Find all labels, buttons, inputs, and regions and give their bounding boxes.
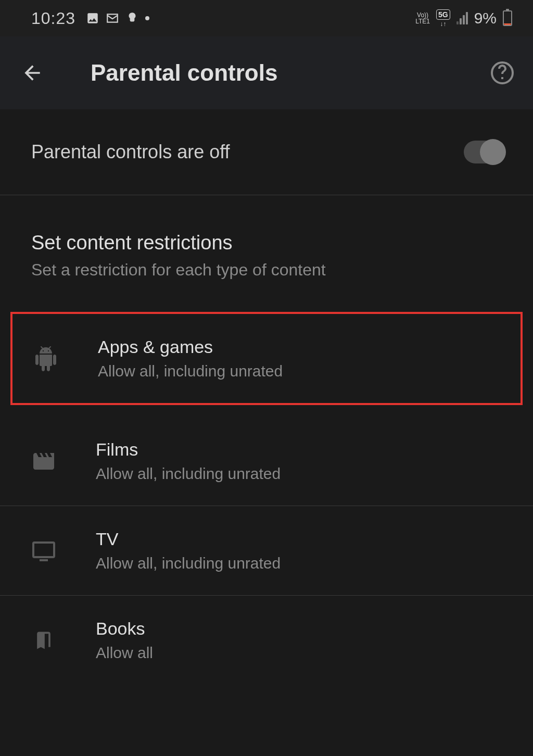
list-text: Apps & games Allow all, including unrate… <box>98 337 500 380</box>
list-text: Films Allow all, including unrated <box>96 439 502 483</box>
tv-icon <box>31 538 56 563</box>
signal-icon <box>456 12 468 24</box>
battery-icon <box>503 10 512 26</box>
status-bar: 10:23 Vo)) LTE1 5G ↓↑ 9% <box>0 0 533 36</box>
section-subtitle: Set a restriction for each type of conte… <box>31 260 502 280</box>
toggle-label: Parental controls are off <box>31 141 230 163</box>
item-subtitle: Allow all <box>96 644 502 662</box>
app-icon <box>125 11 139 25</box>
fiveg-badge: 5G <box>436 9 450 20</box>
page-title: Parental controls <box>91 60 490 86</box>
restriction-item-apps-games[interactable]: Apps & games Allow all, including unrate… <box>10 312 523 405</box>
restriction-item-books[interactable]: Books Allow all <box>0 596 533 685</box>
gmail-icon <box>106 11 119 25</box>
item-title: Books <box>96 619 502 639</box>
list-text: TV Allow all, including unrated <box>96 529 502 572</box>
status-notification-icons <box>86 11 149 25</box>
status-time: 10:23 <box>31 9 75 28</box>
film-icon <box>31 449 56 474</box>
fiveg-indicator: 5G ↓↑ <box>436 9 450 27</box>
status-right: Vo)) LTE1 5G ↓↑ 9% <box>415 9 512 27</box>
more-notifications-dot <box>145 16 149 20</box>
parental-controls-toggle-row[interactable]: Parental controls are off <box>0 109 533 195</box>
lte-label: LTE1 <box>415 18 430 24</box>
item-title: Films <box>96 439 502 460</box>
section-title: Set content restrictions <box>31 232 502 254</box>
app-header: Parental controls <box>0 36 533 109</box>
parental-controls-switch[interactable] <box>464 141 504 163</box>
data-arrows: ↓↑ <box>440 21 446 27</box>
section-header: Set content restrictions Set a restricti… <box>0 195 533 300</box>
item-title: Apps & games <box>98 337 500 357</box>
battery-percent: 9% <box>474 9 497 27</box>
back-arrow-icon[interactable] <box>21 61 44 84</box>
restriction-item-films[interactable]: Films Allow all, including unrated <box>0 417 533 506</box>
help-icon[interactable] <box>490 60 515 85</box>
content: Parental controls are off Set content re… <box>0 109 533 685</box>
book-icon <box>31 628 56 653</box>
list-text: Books Allow all <box>96 619 502 662</box>
item-subtitle: Allow all, including unrated <box>96 465 502 483</box>
android-icon <box>33 346 58 371</box>
network-indicator: Vo)) LTE1 <box>415 12 430 24</box>
restriction-item-tv[interactable]: TV Allow all, including unrated <box>0 506 533 596</box>
item-title: TV <box>96 529 502 549</box>
svg-rect-1 <box>33 543 54 557</box>
item-subtitle: Allow all, including unrated <box>98 362 500 380</box>
image-icon <box>86 11 99 25</box>
status-left: 10:23 <box>31 9 149 28</box>
item-subtitle: Allow all, including unrated <box>96 555 502 572</box>
